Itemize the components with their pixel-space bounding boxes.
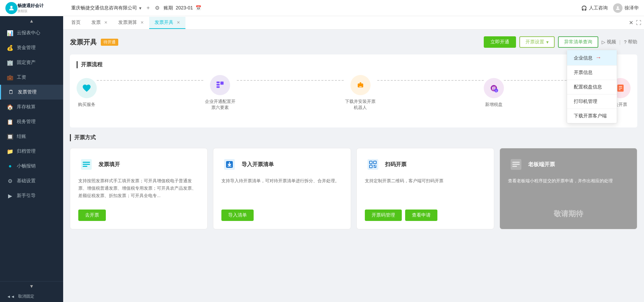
tab-home[interactable]: 首页 <box>66 17 86 29</box>
sidebar-item-tax-mgmt[interactable]: 📋 税务管理 <box>0 114 63 129</box>
sidebar-item-new-guide[interactable]: ▶ 新手引导 <box>0 188 63 203</box>
svg-point-1 <box>617 6 618 8</box>
add-icon[interactable]: ＋ <box>145 4 151 11</box>
sidebar-item-xiaochange[interactable]: ● 小畅报销 <box>0 159 63 174</box>
dropdown-item-invoice-info[interactable]: 开票信息 <box>567 66 617 80</box>
tab-invoice-issue[interactable]: 发票开具 ✕ <box>149 17 185 29</box>
import-list-button[interactable]: 导入清单 <box>221 210 254 221</box>
calendar-icon[interactable]: 📅 <box>196 5 201 10</box>
status-badge: 待开通 <box>101 39 118 46</box>
help-button[interactable]: ? 帮助 <box>624 39 637 45</box>
boss-invoice-header: 老板端开票 <box>508 156 629 173</box>
sidebar-item-basic-settings[interactable]: ⚙ 基础设置 <box>0 174 63 188</box>
tab-invoice[interactable]: 发票 ✕ <box>86 17 113 29</box>
flow-step-add-tax-disk: 税+ 新增税盘 <box>484 78 504 108</box>
svg-rect-34 <box>512 162 520 163</box>
svg-rect-26 <box>368 159 378 170</box>
step-configure-label: 企业开通配置开票六要素 <box>203 99 237 111</box>
method-card-scan-invoice: 扫码开票 支持定制开票二维码，客户端可扫码开票 开票码管理 查看申请 <box>356 148 494 229</box>
dropdown-item-tax-disk-config[interactable]: 配置税盘信息 <box>567 80 617 95</box>
method-card-import-list: 导入开票清单 支持导入待开票清单，可对待开票清单进行拆分、合并处理。 导入清单 <box>213 148 351 229</box>
tab-invoice-close[interactable]: ✕ <box>104 20 108 25</box>
sidebar-item-cloud-report[interactable]: 📊 云报表中心 <box>0 26 63 40</box>
flow-step-download-robot: 下载并安装开票机器人 <box>344 75 377 111</box>
settings-icon[interactable]: ⚙ <box>155 5 160 11</box>
activate-button[interactable]: 立即开通 <box>484 36 516 48</box>
logo-area: 畅捷通好会计 旗舰版 <box>5 2 69 14</box>
svg-rect-32 <box>374 167 376 168</box>
sidebar-label-basic-settings: 基础设置 <box>17 178 36 184</box>
connector-1 <box>97 80 203 81</box>
video-button[interactable]: ▷ 视频 <box>602 39 616 45</box>
step-download-robot-icon <box>350 75 371 95</box>
sidebar-item-archive-mgmt[interactable]: 📁 归档管理 <box>0 144 63 159</box>
new-guide-icon: ▶ <box>7 192 13 199</box>
sidebar-label-cloud-report: 云报表中心 <box>17 30 40 36</box>
svg-text:+: + <box>495 89 497 93</box>
sidebar-label-xiaochange: 小畅报销 <box>17 163 36 169</box>
top-right: 🎧 人工咨询 徐泽华 <box>581 3 639 13</box>
scan-invoice-buttons: 开票码管理 查看申请 <box>365 210 486 221</box>
tab-invoice-issue-close[interactable]: ✕ <box>177 20 180 25</box>
user-name: 徐泽华 <box>625 5 639 11</box>
svg-rect-10 <box>359 82 361 84</box>
svg-rect-20 <box>83 162 90 163</box>
consult-area[interactable]: 🎧 人工咨询 <box>581 5 608 11</box>
boss-invoice-title: 老板端开票 <box>528 161 555 168</box>
company-selector[interactable]: 重庆畅捷交通信息咨询有限公司 ▾ <box>71 5 141 11</box>
sidebar-item-fund-mgmt[interactable]: 💰 资金管理 <box>0 40 63 55</box>
dropdown-item-printer-mgmt[interactable]: 打印机管理 <box>567 95 617 109</box>
sidebar-scroll-down[interactable]: ▼ <box>0 281 63 291</box>
scan-invoice-header: 扫码开票 <box>365 156 486 173</box>
svg-rect-31 <box>376 165 376 168</box>
sidebar-item-cancel-fix[interactable]: ◄◄ 取消固定 <box>0 291 63 302</box>
dropdown-item-company-info[interactable]: 企业信息 → <box>567 50 617 66</box>
fund-mgmt-icon: 💰 <box>7 44 13 51</box>
sidebar-item-fixed-assets[interactable]: 🏢 固定资产 <box>0 55 63 70</box>
svg-rect-7 <box>359 85 360 85</box>
tab-invoice-test[interactable]: 发票测算 ✕ <box>113 17 149 29</box>
step-add-tax-disk-icon: 税+ <box>484 78 504 98</box>
svg-rect-5 <box>220 82 223 85</box>
tab-invoice-test-close[interactable]: ✕ <box>140 20 144 25</box>
svg-rect-30 <box>374 165 375 166</box>
sidebar: ▲ 📊 云报表中心 💰 资金管理 🏢 固定资产 💼 工资 🗒 发票管理 <box>0 16 63 302</box>
boss-invoice-desc: 查看老板端小程序提交的开票申请，并作出相应的处理 <box>508 177 629 204</box>
top-actions: ＋ ⚙ <box>145 4 160 11</box>
help-icon: ? <box>624 39 627 45</box>
tab-close-window-icon[interactable]: ✕ <box>629 20 633 26</box>
abnormal-button[interactable]: 异常清单查询 <box>558 36 598 48</box>
methods-section-title: 开票方式 <box>70 134 637 141</box>
tab-maximize-icon[interactable]: ⛶ <box>636 20 641 26</box>
inventory-icon: 🏠 <box>7 104 13 110</box>
svg-rect-25 <box>227 166 231 166</box>
page-title: 发票开具 <box>70 38 97 47</box>
settings-button[interactable]: 开票设置 ▾ <box>519 36 555 48</box>
play-icon: ▷ <box>602 39 605 45</box>
company-name: 重庆畅捷交通信息咨询有限公司 <box>71 5 137 11</box>
methods-section: 开票方式 发票填开 支持按照发票样式手工填开发票；可开具增值税电子普通发票、增值… <box>70 134 637 229</box>
svg-rect-3 <box>217 84 220 86</box>
import-list-icon <box>221 156 238 173</box>
sidebar-label-salary: 工资 <box>17 74 26 80</box>
basic-settings-icon: ⚙ <box>7 178 13 184</box>
scan-invoice-qr-button[interactable]: 开票码管理 <box>365 210 402 221</box>
logo-sub-text: 旗舰版 <box>17 9 44 13</box>
tab-bar: 首页 发票 ✕ 发票测算 ✕ 发票开具 ✕ ✕ ⛶ <box>63 16 644 30</box>
sidebar-item-inventory[interactable]: 🏠 库存核算 <box>0 100 63 114</box>
fill-invoice-header: 发票填开 <box>78 156 199 173</box>
fill-invoice-button[interactable]: 去开票 <box>78 210 106 221</box>
dropdown-item-download-client[interactable]: 下载开票客户端 <box>567 109 617 123</box>
flow-section: 开票流程 购买服务 <box>70 54 637 127</box>
scan-invoice-desc: 支持定制开票二维码，客户端可扫码开票 <box>365 177 486 204</box>
sidebar-scroll-up[interactable]: ▲ <box>0 16 63 26</box>
sidebar-label-tax-mgmt: 税务管理 <box>17 119 36 125</box>
scan-invoice-icon <box>365 156 381 173</box>
sidebar-item-salary[interactable]: 💼 工资 <box>0 70 63 85</box>
scan-invoice-apply-button[interactable]: 查看申请 <box>405 210 437 221</box>
svg-rect-36 <box>512 166 517 167</box>
sidebar-item-settlement[interactable]: 🔲 结账 <box>0 129 63 144</box>
fixed-assets-icon: 🏢 <box>7 59 13 66</box>
sidebar-item-invoice-mgmt[interactable]: 🗒 发票管理 <box>0 85 63 100</box>
tab-home-label: 首页 <box>71 20 81 26</box>
